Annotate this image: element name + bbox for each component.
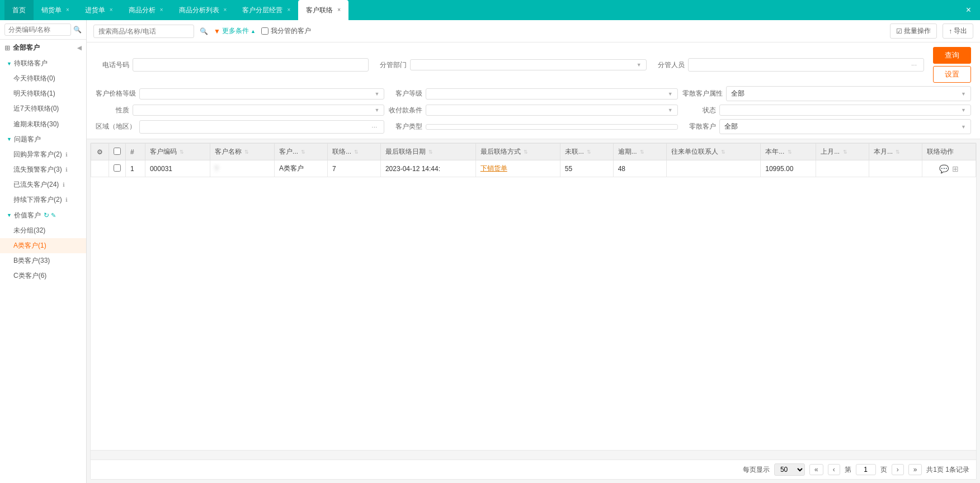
prev-page-btn[interactable]: ‹ (828, 464, 840, 475)
action-icons: 💬 ⊞ (927, 164, 971, 173)
all-customers-header[interactable]: ⊞ 全部客户 ◀ (0, 40, 86, 56)
th-customer-type[interactable]: 客户... ⇅ (275, 144, 328, 160)
select-all-checkbox[interactable] (114, 148, 121, 155)
page-size-select[interactable]: 50 20 100 (774, 463, 805, 476)
customer-grade-select[interactable]: ▼ (426, 88, 677, 100)
first-page-btn[interactable]: « (809, 464, 823, 475)
sidebar-search-input[interactable] (4, 23, 71, 36)
sidebar-item-tomorrow[interactable]: 明天待联络(1) (0, 86, 86, 101)
tab-purchase[interactable]: 进货单 × (77, 0, 121, 20)
horizontal-scrollbar[interactable] (91, 450, 976, 460)
problem-customers-group[interactable]: ▼ 问题客户 (0, 132, 86, 147)
payment-select[interactable]: ▼ (426, 105, 677, 116)
query-button[interactable]: 查询 (933, 47, 971, 64)
phone-label: 电话号码 (96, 60, 129, 70)
th-contact-count[interactable]: 联络... ⇅ (328, 144, 381, 160)
info-icon-4[interactable]: ℹ (65, 197, 68, 203)
retail-select[interactable]: 全部 ▼ (719, 119, 971, 134)
status-select[interactable]: ▼ (719, 105, 971, 116)
td-checkbox[interactable] (109, 160, 126, 177)
nature-select[interactable]: ▼ (133, 105, 384, 116)
window-close-button[interactable]: × (962, 5, 976, 15)
pending-contact-group[interactable]: ▼ 待联络客户 (0, 56, 86, 71)
my-customers-checkbox[interactable] (261, 27, 268, 35)
sidebar-item-today[interactable]: 今天待联络(0) (0, 71, 86, 86)
row-checkbox-1[interactable] (114, 164, 121, 172)
close-sales-tab[interactable]: × (66, 0, 69, 20)
page-number-input[interactable] (856, 464, 876, 475)
close-product-analysis-tab[interactable]: × (160, 0, 163, 20)
dept-select[interactable]: ▼ (410, 59, 646, 70)
sidebar-item-ungrouped[interactable]: 未分组(32) (0, 223, 86, 238)
th-last-contact-method[interactable]: 最后联络方式 ⇅ (475, 144, 560, 160)
sidebar-search-icon[interactable]: 🔍 (73, 26, 82, 34)
area-select[interactable]: ··· (139, 120, 384, 134)
my-customers-checkbox-label[interactable]: 我分管的客户 (261, 26, 311, 36)
th-code[interactable]: 客户编码 ⇅ (145, 144, 210, 160)
th-last-contact-date[interactable]: 最后联络日期 ⇅ (380, 144, 475, 160)
tab-product-analysis-list[interactable]: 商品分析列表 × (171, 0, 235, 20)
tab-product-analysis[interactable]: 商品分析 × (121, 0, 171, 20)
retail-attr-select[interactable]: 全部 ▼ (726, 86, 971, 101)
sidebar-item-loss-warning[interactable]: 流失预警客户(3) ℹ (0, 162, 86, 177)
export-button[interactable]: ↑ 导出 (943, 23, 973, 39)
set-button[interactable]: 设置 (933, 66, 971, 83)
sidebar-item-a-class[interactable]: A类客户(1) (0, 238, 86, 253)
th-unreached[interactable]: 未联... ⇅ (560, 144, 613, 160)
tab-sales[interactable]: 销货单 × (34, 0, 77, 20)
sidebar-item-7days[interactable]: 近7天待联络(0) (0, 101, 86, 116)
info-icon-3[interactable]: ℹ (63, 182, 65, 188)
settings-gear-icon[interactable]: ⚙ (97, 148, 103, 156)
batch-op-button[interactable]: ☑ 批量操作 (890, 23, 937, 39)
qr-icon[interactable]: ⊞ (952, 164, 959, 173)
sidebar-item-b-class[interactable]: B类客户(33) (0, 253, 86, 268)
filter-search-icon[interactable]: 🔍 (200, 27, 208, 35)
close-customer-contact-tab[interactable]: × (337, 0, 341, 20)
person-dots[interactable]: ··· (909, 61, 919, 69)
sidebar-item-overdue[interactable]: 逾期未联络(30) (0, 117, 86, 132)
filter-search-input[interactable] (93, 25, 194, 38)
top-nav: 首页 销货单 × 进货单 × 商品分析 × 商品分析列表 × 客户分层经营 × … (0, 0, 980, 20)
advanced-filter: 电话号码 分管部门 ▼ 分管人员 ··· 查询 (87, 42, 980, 139)
area-dots[interactable]: ··· (369, 123, 379, 131)
th-settings[interactable]: ⚙ (91, 144, 109, 160)
tab-customer-contact[interactable]: 客户联络 × (298, 0, 348, 20)
last-page-btn[interactable]: » (908, 464, 922, 475)
value-refresh-icon[interactable]: ↻ (44, 211, 49, 219)
filter-more-btn[interactable]: ▼ 更多条件 ▲ (214, 26, 256, 36)
retail-attr-arrow-icon: ▼ (961, 91, 966, 97)
last-method-link[interactable]: 下销货单 (480, 164, 507, 172)
th-this-year[interactable]: 本年... ⇅ (761, 144, 816, 160)
th-overdue[interactable]: 逾期... ⇅ (613, 144, 666, 160)
th-unit-contact[interactable]: 往来单位联系人 ⇅ (666, 144, 761, 160)
customer-type-select[interactable] (426, 124, 677, 130)
sidebar-item-repurchase-abnormal[interactable]: 回购异常客户(2) ℹ (0, 147, 86, 162)
value-arrow-icon: ▼ (7, 212, 12, 218)
sidebar-collapse-icon[interactable]: ◀ (77, 45, 82, 51)
info-icon-1[interactable]: ℹ (65, 151, 68, 158)
th-checkbox[interactable] (109, 144, 126, 160)
message-icon[interactable]: 💬 (939, 164, 949, 173)
next-page-btn[interactable]: › (892, 464, 904, 475)
value-customers-group[interactable]: ▼ 价值客户 ↻ ✎ (0, 208, 86, 223)
tab-customer-segment[interactable]: 客户分层经营 × (234, 0, 298, 20)
close-purchase-tab[interactable]: × (110, 0, 113, 20)
sidebar-item-c-class[interactable]: C类客户(6) (0, 268, 86, 283)
th-name[interactable]: 客户名称 ⇅ (210, 144, 275, 160)
phone-input[interactable] (133, 58, 369, 72)
td-last-method[interactable]: 下销货单 (475, 160, 560, 177)
table-scroll[interactable]: ⚙ # 客户编码 ⇅ 客户名称 ⇅ 客户... ⇅ 联络... ⇅ 最后联络日期… (91, 143, 976, 450)
close-product-list-tab[interactable]: × (224, 0, 227, 20)
close-customer-segment-tab[interactable]: × (287, 0, 290, 20)
th-this-month[interactable]: 本月... ⇅ (869, 144, 922, 160)
export-icon: ↑ (949, 27, 952, 35)
tab-home[interactable]: 首页 (4, 0, 34, 20)
value-edit-icon[interactable]: ✎ (51, 212, 56, 219)
price-grade-select[interactable]: ▼ (139, 88, 384, 100)
info-icon-2[interactable]: ℹ (65, 167, 68, 173)
th-last-month[interactable]: 上月... ⇅ (816, 144, 869, 160)
person-select[interactable]: ··· (688, 58, 924, 72)
sort-icon-method: ⇅ (524, 149, 528, 155)
sidebar-item-lost[interactable]: 已流失客户(24) ℹ (0, 177, 86, 192)
sidebar-item-declining[interactable]: 持续下滑客户(2) ℹ (0, 192, 86, 207)
